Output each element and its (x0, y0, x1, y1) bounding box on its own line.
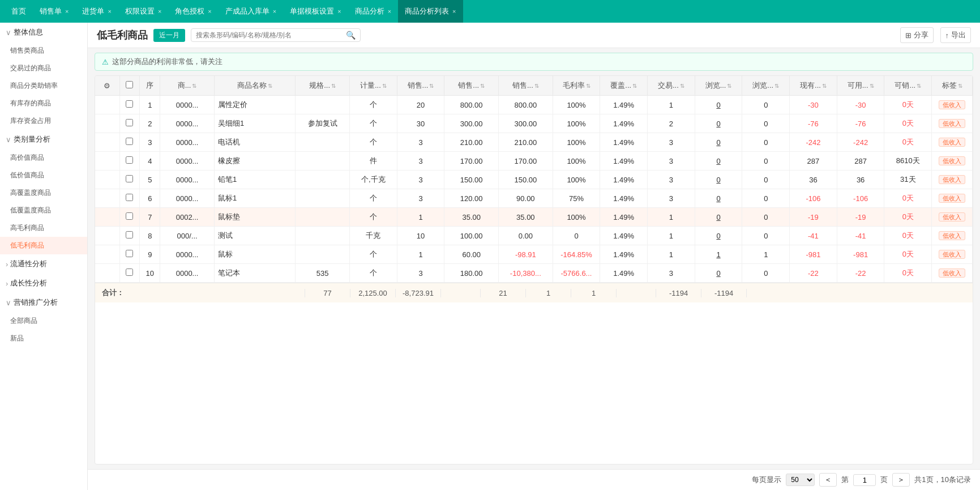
table-row[interactable]: 9 0000... 鼠标 个 1 60.00 -98.91 -164.85% 1… (95, 245, 973, 264)
close-icon[interactable]: × (65, 8, 69, 15)
row-checkbox[interactable] (126, 156, 133, 164)
table-row[interactable]: 3 0000... 电话机 个 3 210.00 210.00 100% 1.4… (95, 133, 973, 152)
sidebar-group-category[interactable]: ∨ 类别量分析 (0, 130, 87, 149)
sidebar-group-marketing[interactable]: ∨ 营销推广分析 (0, 293, 87, 312)
page-number-input[interactable] (853, 474, 876, 486)
col-checkbox-cell[interactable] (119, 208, 140, 227)
sidebar-item-category-rate[interactable]: 商品分类助销率 (0, 77, 87, 95)
nav-item-products[interactable]: 产成品入库单 × (219, 0, 283, 23)
sidebar-item-inventory-funds[interactable]: 库存资金占用 (0, 112, 87, 130)
sidebar-group-liquidity[interactable]: › 流通性分析 (0, 254, 87, 274)
sidebar-item-high-margin[interactable]: 高毛利商品 (0, 219, 87, 237)
col-browse1[interactable]: 浏览...⇅ (695, 76, 742, 96)
data-table: ⚙ 序 商...⇅ 商品名称⇅ 规格...⇅ 计量...⇅ 销售...⇅ 销售.… (95, 76, 973, 283)
col-checkbox-cell[interactable] (119, 171, 140, 189)
row-checkbox[interactable] (126, 269, 133, 276)
sidebar-item-new-goods[interactable]: 新品 (0, 330, 87, 347)
col-sale2[interactable]: 销售...⇅ (444, 76, 499, 96)
close-icon[interactable]: × (337, 8, 341, 15)
sidebar-item-low-margin[interactable]: 低毛利商品 (0, 237, 87, 254)
nav-item-analysis-list[interactable]: 商品分析列表 × (398, 0, 463, 23)
table-row[interactable]: 5 0000... 铅笔1 个,千克 3 150.00 150.00 100% … (95, 171, 973, 189)
sidebar-group-overview[interactable]: ∨ 整体信息 (0, 23, 87, 42)
col-checkbox[interactable] (119, 76, 140, 96)
sidebar-item-all-goods[interactable]: 全部商品 (0, 312, 87, 330)
sidebar-item-low-coverage[interactable]: 低覆盖度商品 (0, 202, 87, 219)
col-code-cell: 0000... (160, 96, 215, 114)
col-checkbox-cell[interactable] (119, 96, 140, 114)
close-icon[interactable]: × (273, 8, 276, 15)
export-button[interactable]: ↑ 导出 (940, 27, 972, 43)
row-checkbox[interactable] (126, 119, 133, 126)
nav-item-home[interactable]: 首页 (5, 0, 33, 23)
table-row[interactable]: 8 000/... 测试 千克 10 100.00 0.00 0 1.49% 1… (95, 227, 973, 245)
close-icon[interactable]: × (108, 8, 111, 15)
period-tag-button[interactable]: 近一月 (153, 29, 185, 42)
sidebar-item-sales-goods[interactable]: 销售类商品 (0, 42, 87, 59)
col-checkbox-cell[interactable] (119, 245, 140, 264)
col-available[interactable]: 可用...⇅ (837, 76, 884, 96)
nav-item-roles[interactable]: 角色授权 × (168, 0, 218, 23)
nav-item-sales[interactable]: 销售单 × (33, 0, 75, 23)
col-sale1[interactable]: 销售...⇅ (397, 76, 444, 96)
select-all-checkbox[interactable] (126, 81, 133, 88)
table-row[interactable]: 10 0000... 笔记本 535 个 3 180.00 -10,380...… (95, 264, 973, 283)
sidebar-item-low-value[interactable]: 低价值商品 (0, 167, 87, 184)
col-margin-cell: 1.49% (600, 171, 648, 189)
table-row[interactable]: 4 0000... 橡皮擦 件 3 170.00 170.00 100% 1.4… (95, 152, 973, 171)
col-browse2[interactable]: 浏览...⇅ (742, 76, 790, 96)
col-coverage[interactable]: 覆盖...⇅ (600, 76, 648, 96)
sidebar-item-traded-goods[interactable]: 交易过的商品 (0, 59, 87, 77)
col-trade[interactable]: 交易...⇅ (648, 76, 695, 96)
row-checkbox[interactable] (126, 231, 133, 238)
col-name[interactable]: 商品名称⇅ (214, 76, 295, 96)
sidebar-item-stocked-goods[interactable]: 有库存的商品 (0, 95, 87, 112)
col-sale3[interactable]: 销售...⇅ (499, 76, 553, 96)
row-checkbox[interactable] (126, 100, 133, 108)
prev-page-button[interactable]: ＜ (819, 473, 837, 487)
table-row[interactable]: 6 0000... 鼠标1 个 3 120.00 90.00 75% 1.49%… (95, 189, 973, 208)
col-days[interactable]: 可销...⇅ (884, 76, 932, 96)
col-current-cell: -242 (790, 133, 837, 152)
nav-item-permissions[interactable]: 权限设置 × (118, 0, 168, 23)
col-checkbox-cell[interactable] (119, 189, 140, 208)
next-page-button[interactable]: ＞ (892, 473, 910, 487)
col-settings[interactable]: ⚙ (95, 76, 119, 96)
search-icon[interactable]: 🔍 (346, 31, 356, 40)
close-icon[interactable]: × (452, 8, 456, 15)
col-sale3-cell: 100% (553, 133, 600, 152)
table-row[interactable]: 7 0002... 鼠标垫 个 1 35.00 35.00 100% 1.49%… (95, 208, 973, 227)
col-tag[interactable]: 标签⇅ (932, 76, 973, 96)
col-code[interactable]: 商...⇅ (160, 76, 215, 96)
table-row[interactable]: 1 0000... 属性定价 个 20 800.00 800.00 100% 1… (95, 96, 973, 114)
col-margin[interactable]: 毛利率⇅ (553, 76, 600, 96)
row-checkbox[interactable] (126, 212, 133, 220)
col-checkbox-cell[interactable] (119, 114, 140, 133)
col-spec[interactable]: 规格...⇅ (296, 76, 350, 96)
col-checkbox-cell[interactable] (119, 227, 140, 245)
row-checkbox[interactable] (126, 194, 133, 201)
close-icon[interactable]: × (158, 8, 161, 15)
col-checkbox-cell[interactable] (119, 152, 140, 171)
nav-item-purchase[interactable]: 进货单 × (75, 0, 118, 23)
page-size-select[interactable]: 50 100 200 (786, 474, 815, 486)
row-checkbox[interactable] (126, 138, 133, 145)
table-row[interactable]: 2 0000... 吴细细1 参加复试 个 30 300.00 300.00 1… (95, 114, 973, 133)
search-input[interactable] (196, 31, 346, 39)
sidebar-item-high-value[interactable]: 高价值商品 (0, 149, 87, 167)
nav-item-analysis[interactable]: 商品分析 × (348, 0, 398, 23)
nav-item-templates[interactable]: 单据模板设置 × (283, 0, 348, 23)
sidebar-group-growth[interactable]: › 成长性分析 (0, 274, 87, 293)
col-current[interactable]: 现有...⇅ (790, 76, 837, 96)
close-icon[interactable]: × (208, 8, 211, 15)
row-checkbox[interactable] (126, 175, 133, 182)
col-spec-cell (296, 208, 350, 227)
col-checkbox-cell[interactable] (119, 264, 140, 283)
sidebar-item-high-coverage[interactable]: 高覆盖度商品 (0, 184, 87, 202)
col-unit[interactable]: 计量...⇅ (350, 76, 397, 96)
col-checkbox-cell[interactable] (119, 133, 140, 152)
close-icon[interactable]: × (388, 8, 391, 15)
row-checkbox[interactable] (126, 250, 133, 257)
share-button[interactable]: ⊞ 分享 (900, 27, 934, 43)
col-trade-cell: 0 (695, 152, 742, 171)
